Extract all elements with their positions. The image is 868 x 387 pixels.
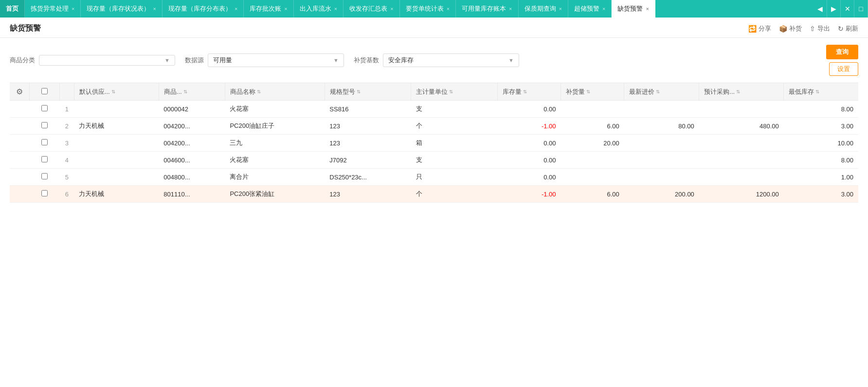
export-icon: ⇧: [810, 25, 815, 33]
category-filter-group: 商品分类 ▼: [10, 55, 175, 66]
row-replenish-5: 6.00: [561, 186, 624, 203]
th-replenish-label: 补货量: [566, 88, 585, 96]
tab-close-inventory-dist[interactable]: ×: [235, 6, 237, 12]
tab-close-order-stat[interactable]: ×: [447, 6, 450, 12]
tab-close-inventory-status[interactable]: ×: [153, 6, 156, 12]
row-unit-3: 支: [411, 152, 498, 169]
export-btn[interactable]: ⇧ 导出: [810, 24, 830, 33]
tab-home[interactable]: 首页: [0, 0, 25, 18]
row-unit-5: 个: [411, 186, 498, 203]
th-min-stock: 最低库存 ⇅: [784, 83, 858, 101]
th-checkbox: [29, 83, 59, 101]
row-checkbox-cell-1: [29, 118, 59, 135]
refresh-label: 刷新: [846, 24, 858, 33]
refresh-btn[interactable]: ↻ 刷新: [838, 24, 858, 33]
tab-close-expiry-query[interactable]: ×: [559, 6, 562, 12]
tab-stockout[interactable]: 缺货预警×: [612, 0, 655, 18]
row-num-5: 6: [59, 186, 74, 203]
tab-inventory-status[interactable]: 现存量（库存状况表）×: [81, 0, 162, 18]
tab-close-inout-flow[interactable]: ×: [334, 6, 337, 12]
tab-order-stat[interactable]: 要货单统计表×: [400, 0, 456, 18]
tab-close-available-ledger[interactable]: ×: [509, 6, 512, 12]
datasource-value: 可用量: [213, 56, 232, 65]
tab-close-btn[interactable]: ✕: [841, 0, 854, 18]
share-btn[interactable]: 🔁 分享: [748, 24, 771, 33]
row-checkbox-0[interactable]: [41, 105, 48, 111]
row-stock-0: 0.00: [497, 101, 561, 118]
tab-expiry-query[interactable]: 保质期查询×: [519, 0, 568, 18]
tab-fullscreen-btn[interactable]: □: [854, 0, 868, 18]
th-spec-label: 规格型号: [330, 88, 355, 96]
row-latest-price-3: [624, 152, 699, 169]
filter-action-area: 查询 设置: [826, 45, 858, 76]
row-sku-5: 801110...: [159, 186, 225, 203]
tab-exception[interactable]: 拣货异常处理×: [25, 0, 81, 18]
category-select[interactable]: ▼: [39, 55, 175, 66]
row-num-2: 3: [59, 135, 74, 152]
th-sku-sort-icon: ⇅: [183, 89, 187, 94]
gear-icon[interactable]: ⚙: [15, 87, 24, 96]
replenish-base-filter-group: 补货基数 安全库存 ▼: [354, 53, 519, 67]
row-checkbox-cell-4: [29, 169, 59, 186]
tab-next-btn[interactable]: ▶: [827, 0, 841, 18]
query-button[interactable]: 查询: [826, 45, 858, 59]
page-content: 缺货预警 🔁 分享 📦 补货 ⇧ 导出 ↻ 刷新 商品分类: [0, 18, 868, 387]
filter-area: 商品分类 ▼ 数据源 可用量 ▼ 补货基数 安全库存 ▼ 查询 设置: [0, 38, 868, 83]
table-row: 3004200...三九123箱0.0020.0010.00: [10, 135, 858, 152]
tab-label-inventory-status: 现存量（库存状况表）: [87, 4, 150, 13]
row-name-5: PC200张紧油缸: [225, 186, 325, 203]
th-name-label: 商品名称: [230, 88, 255, 96]
row-min-stock-2: 10.00: [784, 135, 858, 152]
tab-close-overstock[interactable]: ×: [602, 6, 605, 12]
row-sku-4: 004800...: [159, 169, 225, 186]
export-label: 导出: [817, 24, 830, 33]
row-checkbox-cell-3: [29, 152, 59, 169]
tab-overstock[interactable]: 超储预警×: [568, 0, 612, 18]
tab-close-batch-account[interactable]: ×: [284, 6, 287, 12]
table-row: 6力天机械801110...PC200张紧油缸123个-1.006.00200.…: [10, 186, 858, 203]
tab-batch-account[interactable]: 库存批次账×: [244, 0, 293, 18]
tab-close-collect-summary[interactable]: ×: [390, 6, 393, 12]
datasource-select[interactable]: 可用量 ▼: [208, 53, 344, 67]
tab-inout-flow[interactable]: 出入库流水×: [294, 0, 344, 18]
tab-prev-btn[interactable]: ◀: [814, 0, 827, 18]
tab-label-order-stat: 要货单统计表: [406, 4, 444, 13]
tab-close-exception[interactable]: ×: [72, 6, 74, 12]
row-checkbox-5[interactable]: [41, 190, 48, 196]
page-title: 缺货预警: [10, 23, 41, 34]
row-stock-5: -1.00: [497, 186, 561, 203]
row-spec-3: J7092: [325, 152, 411, 169]
th-latest-price-label: 最新进价: [629, 88, 654, 96]
select-all-checkbox[interactable]: [41, 88, 48, 94]
replenish-btn[interactable]: 📦 补货: [779, 24, 802, 33]
row-gear-cell-4: [10, 169, 29, 186]
row-num-4: 5: [59, 169, 74, 186]
row-est-purchase-4: [699, 169, 784, 186]
th-replenish-sort-icon: ⇅: [586, 89, 590, 94]
th-replenish: 补货量 ⇅: [561, 83, 624, 101]
row-name-1: PC200油缸庄子: [225, 118, 325, 135]
tab-label-overstock: 超储预警: [574, 4, 599, 13]
th-est-purchase-sort-icon: ⇅: [736, 89, 740, 94]
row-spec-0: SS816: [325, 101, 411, 118]
th-gear: ⚙: [10, 83, 29, 101]
tab-available-ledger[interactable]: 可用量库存账本×: [456, 0, 518, 18]
settings-button[interactable]: 设置: [829, 62, 858, 76]
tab-label-exception: 拣货异常处理: [31, 4, 69, 13]
tab-collect-summary[interactable]: 收发存汇总表×: [344, 0, 399, 18]
th-unit-label: 主计量单位: [416, 88, 448, 96]
row-checkbox-3[interactable]: [41, 156, 48, 162]
row-checkbox-2[interactable]: [41, 139, 48, 145]
row-min-stock-1: 3.00: [784, 118, 858, 135]
replenish-base-value: 安全库存: [388, 56, 414, 65]
tab-inventory-dist[interactable]: 现存量（库存分布表）×: [163, 0, 244, 18]
row-checkbox-cell-2: [29, 135, 59, 152]
row-checkbox-4[interactable]: [41, 173, 48, 179]
row-est-purchase-1: 480.00: [699, 118, 784, 135]
replenish-base-select[interactable]: 安全库存 ▼: [383, 53, 519, 67]
tab-close-stockout[interactable]: ×: [646, 6, 649, 12]
data-table: ⚙ 默认供应... ⇅ 商品...: [10, 83, 858, 203]
th-min-stock-sort-icon: ⇅: [815, 89, 819, 94]
th-supplier: 默认供应... ⇅: [74, 83, 159, 101]
row-checkbox-1[interactable]: [41, 122, 48, 128]
